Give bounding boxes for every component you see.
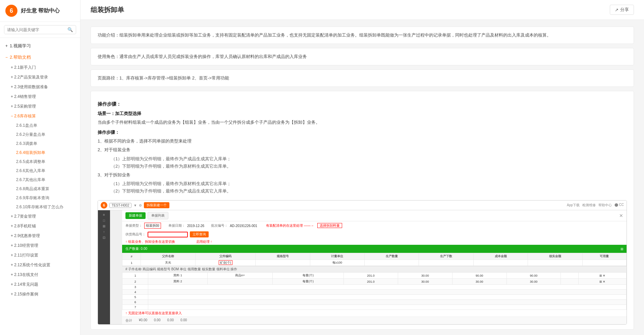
nav-sub-items-docs: + 2.1新手入门 + 2.2产品安装及登录 + 2.3使用前数据准备 + 2.… bbox=[0, 63, 80, 299]
ss-td-prod-qty bbox=[365, 260, 419, 266]
sidebar-item-videos[interactable]: + 1.视频学习 bbox=[0, 41, 80, 51]
sidebar-item-online-pay[interactable]: + 2.13在线支付 bbox=[0, 270, 80, 280]
share-icon: ↗ bbox=[615, 7, 619, 12]
sidebar-item-stocktake[interactable]: 2.6.1盘点单 bbox=[0, 121, 80, 130]
ss-total-val4: 0.00 bbox=[180, 318, 187, 323]
ss-c1-num: 1 bbox=[122, 273, 148, 279]
ss-td-cost-amt bbox=[473, 260, 528, 266]
ss-c5-num: 5 bbox=[122, 295, 148, 300]
ss-c2-num: 2 bbox=[122, 279, 148, 285]
ss-form-row2: 供货商品号： 立即查询 bbox=[122, 230, 627, 239]
sidebar-item-finance[interactable]: + 2.7资金管理 bbox=[0, 212, 80, 221]
step-2-sub-2: （2）下部明细为子件明细，最终作为原材料生成其它出库单。 bbox=[111, 163, 627, 170]
sidebar-item-operations[interactable]: + 2.10经营管理 bbox=[0, 241, 80, 250]
ss-new-btn[interactable]: 拆裂新建一个 bbox=[144, 202, 169, 208]
ss-c4-num: 4 bbox=[122, 290, 148, 295]
ss-c2-op: ⊞ ✕ bbox=[579, 279, 627, 285]
ss-c5-empty bbox=[148, 295, 627, 300]
ss-child-row-1: 1 黑料 1 商品A+ 每量(个) 201.0 30.00 90.00 90.0… bbox=[122, 273, 627, 279]
step-3: 3、对于拆卸业务 bbox=[98, 171, 627, 179]
sidebar-item-other-in[interactable]: 2.6.6其他入库单 bbox=[0, 166, 80, 175]
ss-red-cell: 矿业(个) bbox=[219, 260, 232, 265]
share-button[interactable]: ↗ 分享 bbox=[610, 5, 634, 15]
sidebar-item-other-out[interactable]: 2.6.7其他出库单 bbox=[0, 175, 80, 184]
sidebar-item-docs[interactable]: − 2.帮助文档 bbox=[0, 52, 80, 63]
ss-child-row-2: 2 黑料 2 每量(个) 201.0 30.00 30.00 30.00 bbox=[122, 279, 627, 285]
ss-child-row-7: 7 bbox=[122, 305, 627, 310]
ss-app-download: App下载 bbox=[567, 203, 580, 208]
ss-sub-label: # 子件名称 商品编码 规格型号 BOM 单位 领用数量 核实数量 领料单位 操… bbox=[122, 266, 627, 272]
ss-form-row3: ↑ 组装业务、拆卸业务在这里切换 启用处理 ↑ bbox=[122, 239, 627, 245]
sidebar-item-label: 1.视频学习 bbox=[10, 43, 31, 49]
sidebar-item-cost-adjust[interactable]: 2.6.5成本调整单 bbox=[0, 157, 80, 166]
step-3-sub-2: （2）下部明细为子件明细，最终作为产成品生成其它入库单。 bbox=[111, 187, 627, 195]
ss-logo: 6 bbox=[101, 202, 107, 209]
logo-text: 好生意 帮助中心 bbox=[21, 7, 60, 14]
ss-th-qty: 生产数量 bbox=[365, 253, 419, 260]
sidebar-item-inventory[interactable]: − 2.6库存核算 bbox=[0, 111, 80, 121]
ss-detect: 检测维修 bbox=[582, 203, 596, 208]
ss-c1-name: 黑料 1 bbox=[148, 273, 207, 279]
sidebar-item-coupon[interactable]: + 2.9优惠券管理 bbox=[0, 231, 80, 241]
ss-child-row-3: 3 bbox=[122, 285, 627, 290]
ss-annotation-1: 有装配清单的在这里处理 ——→ bbox=[266, 223, 314, 228]
ss-help: 帮助中心 bbox=[598, 203, 612, 208]
ss-th-avail: 可用量 bbox=[582, 253, 626, 260]
ss-total-label: 合计 bbox=[125, 318, 132, 323]
ss-c1-op: ⊞ ✕ bbox=[579, 273, 627, 279]
scene1-title: 场景一：加工类型选择 bbox=[98, 111, 627, 117]
ss-confirm-btn[interactable]: 立即查询 bbox=[190, 231, 209, 237]
nav-sub-sub-inventory: 2.6.1盘点单 2.6.2分量盘点单 2.6.3调拨单 2.6.4组装拆卸单 … bbox=[0, 121, 80, 212]
page-title: 组装拆卸单 bbox=[91, 5, 124, 14]
ss-annotation-no-fixed: ↑ 无固定清单可以直接在这里直接录入 bbox=[122, 310, 627, 317]
main-header: 组装拆卸单 ↗ 分享 bbox=[80, 0, 644, 20]
ss-c2-use-qty: 30.00 bbox=[452, 279, 506, 285]
sidebar-item-partial-stocktake[interactable]: 2.6.2分量盘点单 bbox=[0, 130, 80, 139]
sidebar-item-mobile[interactable]: + 2.8手机旺铺 bbox=[0, 221, 80, 231]
search-button[interactable]: 🔍 bbox=[65, 25, 76, 34]
ss-c3-empty bbox=[148, 285, 627, 290]
ss-parent-table: # 父件名称 父件编码 规格型号 计量单位 生产数量 生产下数 成本金额 核实金 bbox=[122, 253, 627, 266]
sidebar-item-ledger-error[interactable]: 2.6.10库存账本错了怎么办 bbox=[0, 203, 80, 212]
sidebar-item-purchase[interactable]: + 2.5采购管理 bbox=[0, 102, 80, 111]
ss-c4-empty bbox=[148, 290, 627, 295]
ss-sidebar-icon-2: □ bbox=[103, 219, 105, 222]
ss-tab-toolbar: 新建单据 单据列表 ✕ bbox=[122, 210, 627, 221]
ss-c1-use-qty: 90.00 bbox=[452, 273, 506, 279]
ss-tab-new[interactable]: 新建单据 bbox=[125, 212, 146, 219]
search-box: 🔍 bbox=[4, 25, 76, 34]
search-input[interactable] bbox=[4, 26, 65, 34]
sidebar-item-data-prep[interactable]: + 2.3使用前数据准备 bbox=[0, 82, 80, 92]
ss-search-input[interactable] bbox=[148, 232, 188, 237]
ss-sub-header-text: # 子件名称 商品编码 规格型号 BOM 单位 领用数量 核实数量 领料单位 操… bbox=[125, 267, 237, 271]
sidebar-item-cost-recalc[interactable]: 2.6.8商品成本重算 bbox=[0, 184, 80, 193]
sidebar-item-customization[interactable]: + 2.12系统个性化设置 bbox=[0, 260, 80, 270]
ss-sidebar-icon-1: ≡ bbox=[103, 213, 105, 217]
intro-block-1: 功能介绍：组装拆卸单用来处理企业组装或拆卸等加工业务，支持有固定装配清单的产品加… bbox=[91, 26, 634, 44]
sidebar-item-cases[interactable]: + 2.15操作案例 bbox=[0, 289, 80, 299]
share-label: 分享 bbox=[620, 7, 629, 13]
sidebar-item-inventory-ledger[interactable]: 2.6.9库存账本查询 bbox=[0, 193, 80, 203]
ss-c1-bom: 201.0 bbox=[344, 273, 398, 279]
ss-th-parent-code: 父件编码 bbox=[195, 253, 256, 260]
sidebar-item-label: 2.帮助文档 bbox=[10, 54, 31, 60]
ss-test-id: TEST-H002 bbox=[109, 203, 131, 208]
sidebar-item-faq[interactable]: + 2.14常见问题 bbox=[0, 280, 80, 289]
ss-child-table: 1 黑料 1 商品A+ 每量(个) 201.0 30.00 90.00 90.0… bbox=[122, 272, 627, 310]
main: 组装拆卸单 ↗ 分享 功能介绍：组装拆卸单用来处理企业组装或拆卸等加工业务，支持… bbox=[80, 0, 644, 335]
sidebar-item-new-user[interactable]: + 2.1新手入门 bbox=[0, 63, 80, 72]
ss-c7-num: 7 bbox=[122, 305, 148, 310]
sidebar-item-assembly[interactable]: 2.6.4组装拆卸单 bbox=[0, 148, 80, 157]
ss-c2-unit2 bbox=[561, 279, 579, 285]
ss-close-button[interactable]: ✕ bbox=[619, 213, 623, 218]
nav-section-docs: − 2.帮助文档 + 2.1新手入门 + 2.2产品安装及登录 + 2.3使用前… bbox=[0, 52, 80, 299]
sidebar-item-sales[interactable]: + 2.4销售管理 bbox=[0, 92, 80, 102]
ss-td-1: 1 bbox=[122, 260, 141, 266]
ss-doc-type-label: 单据类型： bbox=[125, 223, 142, 228]
ss-tab-list[interactable]: 单据列表 bbox=[148, 212, 168, 219]
logo-area: 6 好生意 帮助中心 bbox=[0, 0, 80, 22]
ss-body: ≡ □ ⊞ ↑ ⊡ 新建单据 单据列表 bbox=[98, 210, 627, 324]
sidebar-item-install[interactable]: + 2.2产品安装及登录 bbox=[0, 72, 80, 82]
sidebar-item-transfer[interactable]: 2.6.3调拨单 bbox=[0, 139, 80, 148]
sidebar-item-print[interactable]: + 2.11打印设置 bbox=[0, 250, 80, 260]
